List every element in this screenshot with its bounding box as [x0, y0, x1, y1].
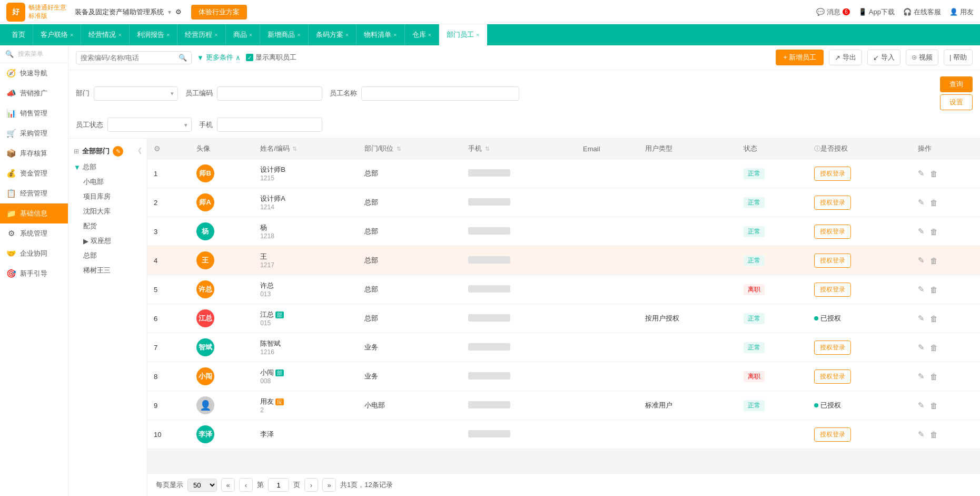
delete-icon[interactable]: 🗑: [930, 401, 938, 410]
last-page-button[interactable]: »: [322, 478, 336, 492]
tab-profit[interactable]: 利润报告 ×: [130, 24, 177, 45]
delete-icon[interactable]: 🗑: [930, 256, 938, 265]
sidebar-item-collab[interactable]: 🤝 企业协同: [0, 244, 68, 264]
close-icon[interactable]: ×: [428, 32, 431, 38]
auth-button[interactable]: 授权登录: [814, 225, 851, 239]
delete-icon[interactable]: 🗑: [930, 227, 938, 236]
th-name-code[interactable]: 姓名/编码 ⇅: [254, 139, 358, 159]
dept-select-wrap[interactable]: [94, 86, 178, 101]
view-button[interactable]: ⊙ 视频: [906, 50, 938, 65]
dept-node-project[interactable]: 项目库房: [75, 189, 147, 204]
app-download-button[interactable]: 📱 App下载: [858, 7, 895, 17]
search-input-wrap[interactable]: 🔍: [76, 51, 192, 64]
tab-department-employee[interactable]: 部门员工 ×: [439, 24, 487, 45]
th-dept-position[interactable]: 部门/职位 ⇅: [358, 139, 462, 159]
tab-bom[interactable]: 物料清单 ×: [357, 24, 404, 45]
show-resigned-toggle[interactable]: ✓ 显示离职员工: [246, 53, 296, 62]
auth-button[interactable]: 授权登录: [814, 283, 851, 297]
delete-icon[interactable]: 🗑: [930, 285, 938, 294]
close-icon[interactable]: ×: [118, 32, 121, 38]
search-input[interactable]: [81, 54, 175, 62]
dept-node-zongbu[interactable]: 总部: [75, 248, 147, 263]
edit-icon[interactable]: ✎: [918, 343, 925, 352]
th-phone[interactable]: 手机 ⇅: [462, 139, 577, 159]
dept-node-distribution[interactable]: 配货: [75, 219, 147, 234]
help-button[interactable]: | 帮助: [944, 50, 973, 65]
dept-node-xishuwang[interactable]: 稀树王三: [75, 263, 147, 278]
import-button[interactable]: ↙ 导入: [867, 50, 900, 65]
close-icon[interactable]: ×: [214, 32, 217, 38]
th-settings[interactable]: ⚙: [147, 139, 190, 159]
dept-select[interactable]: [94, 86, 178, 101]
export-button[interactable]: ↗ 导出: [829, 50, 862, 65]
delete-icon[interactable]: 🗑: [930, 372, 938, 381]
query-button[interactable]: 查询: [940, 76, 973, 92]
message-button[interactable]: 💬 消息 6: [816, 7, 850, 17]
delete-icon[interactable]: 🗑: [930, 198, 938, 207]
delete-icon[interactable]: 🗑: [930, 430, 938, 439]
first-page-button[interactable]: «: [221, 478, 235, 492]
tab-customer[interactable]: 客户联络 ×: [33, 24, 81, 45]
close-icon[interactable]: ×: [393, 32, 397, 38]
status-select-wrap[interactable]: [107, 118, 192, 132]
page-input[interactable]: [268, 478, 289, 492]
dept-edit-button[interactable]: ✎: [113, 146, 123, 157]
sidebar-item-marketing[interactable]: 📣 营销推广: [0, 83, 68, 103]
close-icon[interactable]: ×: [166, 32, 170, 38]
phone-input[interactable]: [217, 118, 322, 132]
auth-button[interactable]: 授权登录: [814, 427, 851, 442]
add-employee-button[interactable]: + 新增员工: [776, 50, 824, 65]
sidebar-item-management[interactable]: 📋 经营管理: [0, 183, 68, 203]
status-select[interactable]: [107, 118, 192, 132]
edit-icon[interactable]: ✎: [918, 198, 925, 207]
user-menu-button[interactable]: 👤 用友: [949, 7, 974, 17]
sidebar-item-purchase[interactable]: 🛒 采购管理: [0, 123, 68, 143]
close-icon-active[interactable]: ×: [476, 32, 479, 38]
close-icon[interactable]: ×: [345, 32, 349, 38]
tab-operation[interactable]: 经营情况 ×: [81, 24, 129, 45]
tab-barcode[interactable]: 条码方案 ×: [309, 24, 357, 45]
sidebar-item-guide[interactable]: 🎯 新手引导: [0, 264, 68, 284]
auth-button[interactable]: 授权登录: [814, 167, 851, 181]
close-icon[interactable]: ×: [249, 32, 252, 38]
settings-icon[interactable]: ⚙: [154, 144, 161, 153]
prev-page-button[interactable]: ‹: [239, 478, 253, 492]
edit-icon[interactable]: ✎: [918, 285, 925, 294]
delete-icon[interactable]: 🗑: [930, 343, 938, 352]
sidebar-search[interactable]: 🔍 搜索菜单: [0, 45, 68, 63]
edit-icon[interactable]: ✎: [918, 169, 925, 178]
edit-icon[interactable]: ✎: [918, 401, 925, 410]
tab-warehouse[interactable]: 仓库 ×: [405, 24, 439, 45]
sidebar-item-finance[interactable]: 💰 资金管理: [0, 163, 68, 183]
dept-node-xiaodian[interactable]: 小电部: [75, 174, 147, 189]
close-icon[interactable]: ×: [297, 32, 300, 38]
tab-new-product[interactable]: 新增商品 ×: [260, 24, 308, 45]
employee-code-input[interactable]: [217, 86, 322, 101]
close-icon[interactable]: ×: [70, 32, 73, 38]
set-button[interactable]: 设置: [940, 94, 973, 110]
page-size-select[interactable]: 50 10 20 100: [187, 479, 217, 492]
sidebar-item-basic-info[interactable]: 📁 基础信息: [0, 203, 68, 223]
trial-button[interactable]: 体验行业方案: [191, 5, 247, 20]
dept-node-shenyang[interactable]: 沈阳大库: [75, 204, 147, 219]
tab-history[interactable]: 经营历程 ×: [177, 24, 225, 45]
delete-icon[interactable]: 🗑: [930, 169, 938, 178]
sidebar-item-sales[interactable]: 📊 销售管理: [0, 103, 68, 123]
edit-icon[interactable]: ✎: [918, 314, 925, 323]
auth-button[interactable]: 授权登录: [814, 254, 851, 268]
gear-icon[interactable]: ⚙: [175, 8, 182, 16]
employee-name-input[interactable]: [361, 86, 519, 101]
dropdown-arrow-icon[interactable]: ▾: [168, 8, 171, 16]
online-service-button[interactable]: 🎧 在线客服: [903, 7, 941, 17]
auth-button[interactable]: 授权登录: [814, 341, 851, 355]
tab-product[interactable]: 商品 ×: [226, 24, 260, 45]
dept-node-shuangzuo[interactable]: ▶ 双座想: [75, 234, 147, 248]
search-submit-icon[interactable]: 🔍: [179, 54, 187, 62]
tab-home[interactable]: 首页: [4, 24, 33, 45]
auth-button[interactable]: 授权登录: [814, 369, 851, 384]
dept-collapse-button[interactable]: 《: [134, 147, 142, 156]
edit-icon[interactable]: ✎: [918, 372, 925, 381]
auth-button[interactable]: 授权登录: [814, 196, 851, 210]
delete-icon[interactable]: 🗑: [930, 314, 938, 323]
edit-icon[interactable]: ✎: [918, 227, 925, 236]
